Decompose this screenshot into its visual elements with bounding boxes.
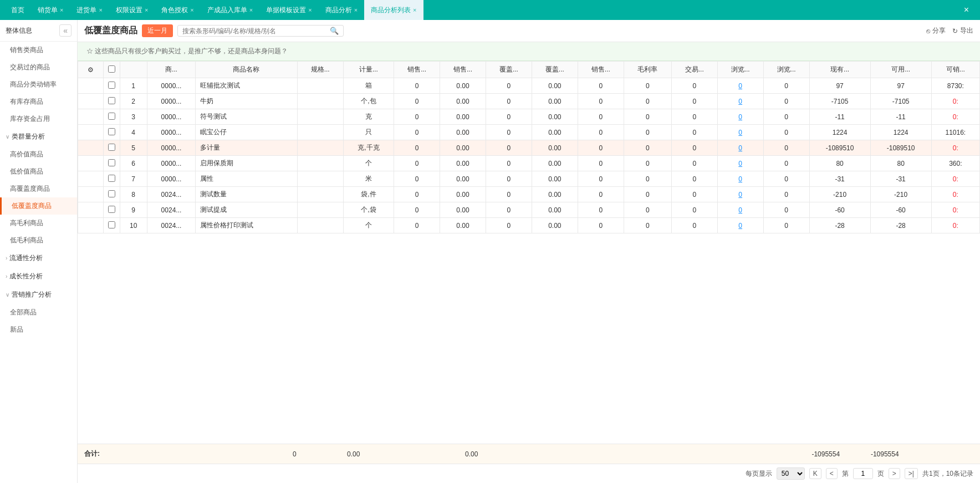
nav-template[interactable]: 单据模板设置 × <box>259 0 318 20</box>
prev-page-button[interactable]: < <box>826 468 838 479</box>
row-browse1[interactable]: 0 <box>717 125 763 140</box>
sidebar-section-growth-header[interactable]: › 成长性分析 <box>0 267 77 286</box>
sidebar-item-stocked-goods[interactable]: 有库存商品 <box>0 93 77 110</box>
row-settings[interactable] <box>78 202 104 218</box>
sidebar-item-traded-goods[interactable]: 交易过的商品 <box>0 59 77 76</box>
sales-qty-column-header[interactable]: 销售... <box>394 62 440 78</box>
last-page-button[interactable]: >| <box>905 468 918 479</box>
sidebar-item-category-rate[interactable]: 商品分类动销率 <box>0 76 77 93</box>
row-browse1[interactable]: 0 <box>717 78 763 94</box>
sidebar-item-high-coverage[interactable]: 高覆盖度商品 <box>0 180 77 197</box>
window-close-button[interactable]: × <box>957 5 976 15</box>
nav-roles-close[interactable]: × <box>190 7 193 13</box>
sidebar-item-low-coverage[interactable]: 低覆盖度商品 <box>0 197 77 215</box>
nav-production-close[interactable]: × <box>249 7 253 13</box>
settings-column-header[interactable]: ⚙ <box>78 62 104 78</box>
row-no: 1 <box>120 78 147 94</box>
sidebar-item-low-value[interactable]: 低价值商品 <box>0 163 77 180</box>
sales-amt-column-header[interactable]: 销售... <box>440 62 486 78</box>
row-browse1[interactable]: 0 <box>717 187 763 202</box>
row-browse1[interactable]: 0 <box>717 156 763 171</box>
export-button[interactable]: ↻ 导出 <box>952 26 973 35</box>
nav-analysis-close[interactable]: × <box>354 7 358 13</box>
trade-column-header[interactable]: 交易... <box>671 62 717 78</box>
sidebar-section-cluster-header[interactable]: ∨ 类群量分析 <box>0 128 77 146</box>
sales3-column-header[interactable]: 销售... <box>578 62 624 78</box>
nav-home[interactable]: 首页 <box>4 0 31 20</box>
row-checkbox[interactable] <box>103 94 120 109</box>
row-checkbox[interactable] <box>103 140 120 156</box>
sidebar-section-marketing-header[interactable]: ∨ 营销推广分析 <box>0 286 77 304</box>
sidebar-item-inventory-value[interactable]: 库存资金占用 <box>0 110 77 128</box>
row-browse1[interactable]: 0 <box>717 218 763 233</box>
row-checkbox[interactable] <box>103 109 120 125</box>
nav-purchase[interactable]: 进货单 × <box>70 0 109 20</box>
row-browse1[interactable]: 0 <box>717 94 763 109</box>
row-settings[interactable] <box>78 171 104 187</box>
table-wrapper[interactable]: ⚙ 商... 商品名称 规格... 计量... 销售... 销售... 覆盖..… <box>78 61 980 444</box>
row-settings[interactable] <box>78 187 104 202</box>
nav-analysis[interactable]: 商品分析 × <box>319 0 364 20</box>
sidebar-item-new-goods[interactable]: 新品 <box>0 321 77 338</box>
row-browse1[interactable]: 0 <box>717 109 763 125</box>
sidebar-item-high-margin[interactable]: 高毛利商品 <box>0 215 77 232</box>
nav-analysis-list-close[interactable]: × <box>413 7 416 13</box>
cover2-column-header[interactable]: 覆盖... <box>532 62 578 78</box>
row-checkbox[interactable] <box>103 187 120 202</box>
nav-sales[interactable]: 销货单 × <box>31 0 70 20</box>
sidebar-item-low-margin[interactable]: 低毛利商品 <box>0 232 77 249</box>
row-settings[interactable] <box>78 156 104 171</box>
search-icon[interactable]: 🔍 <box>330 27 339 35</box>
sidebar-item-sales-goods[interactable]: 销售类商品 <box>0 42 77 59</box>
gross-column-header[interactable]: 毛利率 <box>624 62 671 78</box>
unit-column-header[interactable]: 计量... <box>343 62 394 78</box>
row-browse1[interactable]: 0 <box>717 202 763 218</box>
search-input[interactable] <box>182 27 328 35</box>
nav-production[interactable]: 产成品入库单 × <box>201 0 259 20</box>
sidebar-item-high-value[interactable]: 高价值商品 <box>0 146 77 163</box>
nav-analysis-list[interactable]: 商品分析列表 × <box>364 0 423 20</box>
available-column-header[interactable]: 可用... <box>870 62 931 78</box>
row-checkbox[interactable] <box>103 156 120 171</box>
time-filter-button[interactable]: 近一月 <box>142 24 173 37</box>
row-checkbox[interactable] <box>103 125 120 140</box>
row-settings[interactable] <box>78 109 104 125</box>
row-settings[interactable] <box>78 125 104 140</box>
browse1-column-header[interactable]: 浏览... <box>717 62 763 78</box>
share-button[interactable]: ⎋ 分享 <box>926 26 946 35</box>
row-sales-amt: 0.00 <box>440 125 486 140</box>
browse2-column-header[interactable]: 浏览... <box>763 62 809 78</box>
row-checkbox[interactable] <box>103 171 120 187</box>
next-page-button[interactable]: > <box>889 468 900 479</box>
nav-permissions[interactable]: 权限设置 × <box>109 0 155 20</box>
row-browse1[interactable]: 0 <box>717 140 763 156</box>
row-settings[interactable] <box>78 94 104 109</box>
nav-sales-close[interactable]: × <box>60 7 63 13</box>
row-checkbox[interactable] <box>103 202 120 218</box>
cover1-column-header[interactable]: 覆盖... <box>486 62 532 78</box>
row-settings[interactable] <box>78 218 104 233</box>
checkbox-column-header[interactable] <box>103 62 120 78</box>
row-checkbox[interactable] <box>103 78 120 94</box>
nav-roles[interactable]: 角色授权 × <box>155 0 200 20</box>
nav-template-close[interactable]: × <box>308 7 312 13</box>
row-settings[interactable] <box>78 78 104 94</box>
sidebar-item-all-goods[interactable]: 全部商品 <box>0 304 77 321</box>
nav-purchase-close[interactable]: × <box>99 7 102 13</box>
nav-permissions-close[interactable]: × <box>145 7 148 13</box>
row-browse1[interactable]: 0 <box>717 171 763 187</box>
select-all-checkbox[interactable] <box>108 65 115 73</box>
sidebar-collapse-button[interactable]: « <box>59 24 72 37</box>
per-page-select[interactable]: 50 10 20 100 <box>777 467 805 480</box>
current-column-header[interactable]: 现有... <box>809 62 870 78</box>
row-checkbox[interactable] <box>103 218 120 233</box>
name-column-header[interactable]: 商品名称 <box>196 62 298 78</box>
page-input[interactable] <box>853 468 873 479</box>
sellable-column-header[interactable]: 可销... <box>931 62 979 78</box>
sidebar-section-liquidity: › 流通性分析 <box>0 249 77 267</box>
row-settings[interactable] <box>78 140 104 156</box>
sidebar-section-liquidity-header[interactable]: › 流通性分析 <box>0 249 77 267</box>
spec-column-header[interactable]: 规格... <box>297 62 343 78</box>
code-column-header[interactable]: 商... <box>147 62 195 78</box>
first-page-button[interactable]: K <box>809 468 821 479</box>
